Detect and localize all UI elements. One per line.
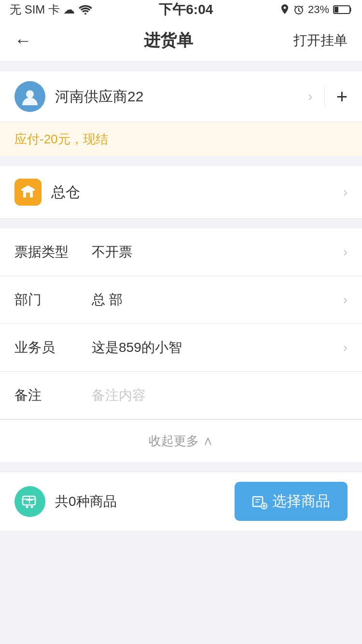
salesperson-row[interactable]: 业务员 这是859的小智 › — [0, 324, 362, 372]
status-right: 23% — [280, 3, 352, 16]
supplier-avatar — [14, 81, 45, 112]
supplier-section: 河南供应商22 › + 应付-20元，现结 — [0, 71, 362, 156]
department-chevron-icon: › — [343, 292, 348, 308]
back-button[interactable]: ← — [14, 30, 43, 51]
department-label: 部门 — [14, 291, 72, 309]
battery-icon — [333, 4, 352, 15]
cart-icon — [14, 486, 45, 517]
invoice-type-row[interactable]: 票据类型 不开票 › — [0, 228, 362, 276]
section-gap-4 — [0, 462, 362, 472]
location-icon — [280, 4, 290, 15]
invoice-type-chevron-icon: › — [343, 244, 348, 260]
form-section: 票据类型 不开票 › 部门 总 部 › 业务员 这是859的小智 › 备注 备注… — [0, 228, 362, 462]
select-product-button[interactable]: 选择商品 — [235, 482, 348, 521]
collapse-button[interactable]: 收起更多 ∧ — [0, 420, 362, 462]
warehouse-section[interactable]: 总仓 › — [0, 166, 362, 219]
bottom-bar: 共0种商品 选择商品 — [0, 472, 362, 531]
page-title: 进货单 — [144, 29, 193, 52]
divider — [324, 86, 325, 107]
battery-text: 23% — [308, 3, 329, 16]
remark-label: 备注 — [14, 386, 72, 405]
product-count: 共0种商品 — [55, 492, 235, 511]
section-gap-2 — [0, 156, 362, 166]
invoice-type-value: 不开票 — [72, 243, 343, 261]
warehouse-name: 总仓 — [51, 182, 343, 202]
department-row[interactable]: 部门 总 部 › — [0, 276, 362, 324]
warehouse-icon — [14, 179, 42, 206]
wifi-icon — [79, 5, 92, 14]
svg-point-4 — [26, 90, 34, 98]
supplier-row[interactable]: 河南供应商22 › + — [0, 71, 362, 122]
signal-text: 无 SIM 卡 ☁ — [10, 2, 75, 17]
status-time: 下午6:04 — [159, 0, 213, 19]
select-product-icon — [252, 494, 267, 509]
svg-point-8 — [31, 505, 33, 508]
department-value: 总 部 — [72, 291, 343, 309]
select-product-label: 选择商品 — [272, 491, 330, 511]
salesperson-chevron-icon: › — [343, 340, 348, 355]
supplier-name: 河南供应商22 — [55, 87, 308, 107]
svg-point-7 — [26, 505, 28, 508]
invoice-type-label: 票据类型 — [14, 243, 72, 261]
status-bar: 无 SIM 卡 ☁ 下午6:04 23% — [0, 0, 362, 19]
alarm-icon — [293, 4, 304, 15]
remark-row[interactable]: 备注 备注内容 — [0, 372, 362, 420]
nav-bar: ← 进货单 打开挂单 — [0, 19, 362, 62]
svg-rect-5 — [26, 193, 30, 197]
svg-point-0 — [84, 13, 86, 15]
warehouse-chevron-icon: › — [343, 184, 348, 200]
status-left: 无 SIM 卡 ☁ — [10, 2, 92, 17]
notice-banner: 应付-20元，现结 — [0, 122, 362, 156]
open-pending-button[interactable]: 打开挂单 — [293, 31, 348, 50]
section-gap-1 — [0, 62, 362, 71]
salesperson-value: 这是859的小智 — [72, 338, 343, 357]
remark-value[interactable]: 备注内容 — [72, 386, 348, 405]
supplier-chevron-icon: › — [308, 89, 312, 104]
svg-rect-3 — [334, 7, 338, 13]
salesperson-label: 业务员 — [14, 338, 72, 357]
warehouse-row[interactable]: 总仓 › — [0, 166, 362, 219]
section-gap-3 — [0, 219, 362, 228]
add-supplier-button[interactable]: + — [336, 87, 348, 106]
